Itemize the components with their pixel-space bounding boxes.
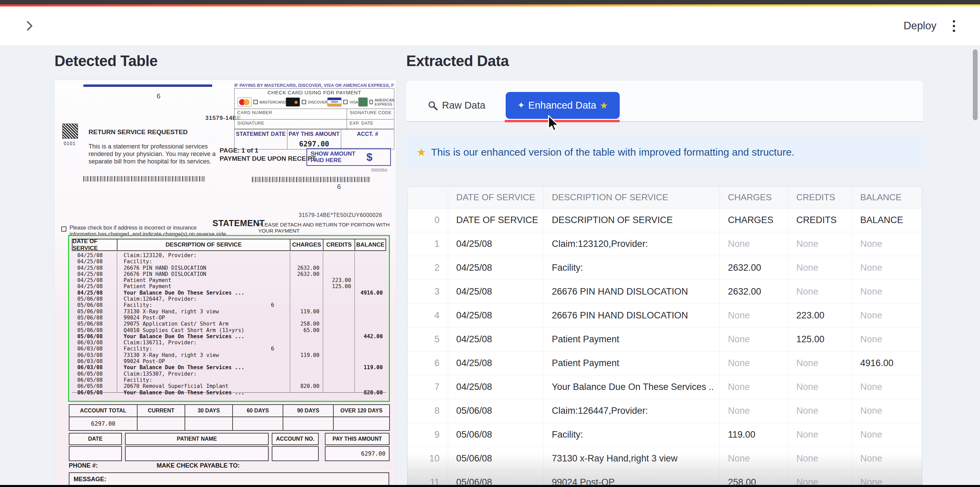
index-column-header[interactable] bbox=[407, 187, 448, 208]
table-cell[interactable]: 4916.00 bbox=[852, 352, 922, 375]
table-cell[interactable]: Facility: bbox=[544, 423, 719, 446]
column-header-date-of-service[interactable]: DATE OF SERVICE bbox=[448, 187, 544, 208]
doc-table-row: 05/06/08Facility:6 bbox=[72, 302, 386, 308]
info-message-text: This is our enhanced version of the tabl… bbox=[431, 146, 794, 158]
table-cell[interactable]: None bbox=[788, 399, 852, 423]
doc-datamatrix-code bbox=[62, 124, 78, 138]
table-cell[interactable]: None bbox=[852, 328, 922, 351]
table-cell[interactable]: 05/06/08 bbox=[448, 423, 544, 446]
table-cell[interactable]: None bbox=[788, 375, 852, 399]
table-cell[interactable]: BALANCE bbox=[852, 208, 922, 232]
table-cell[interactable]: Claim:126447,Provider: bbox=[544, 399, 719, 423]
table-cell[interactable]: 223.00 bbox=[788, 304, 852, 327]
table-cell[interactable]: 2632.00 bbox=[720, 256, 788, 280]
table-cell[interactable]: DESCRIPTION OF SERVICE bbox=[544, 208, 719, 232]
table-cell[interactable]: 73130 x-Ray Hand,right 3 view bbox=[544, 447, 719, 470]
table-cell[interactable]: 26676 PIN HAND DISLOCATION bbox=[544, 304, 719, 327]
table-cell[interactable]: 04/25/08 bbox=[448, 256, 544, 280]
table-cell[interactable]: None bbox=[720, 328, 788, 351]
table-cell[interactable]: 05/06/08 bbox=[448, 471, 544, 485]
table-cell[interactable]: 125.00 bbox=[788, 328, 852, 351]
table-cell[interactable]: 04/25/08 bbox=[448, 304, 544, 327]
table-cell[interactable]: None bbox=[720, 399, 788, 423]
table-cell[interactable]: None bbox=[720, 447, 788, 470]
table-cell[interactable]: 04/25/08 bbox=[448, 280, 544, 304]
table-cell[interactable]: DATE OF SERVICE bbox=[448, 208, 544, 232]
row-index[interactable]: 10 bbox=[407, 447, 448, 470]
table-cell[interactable]: 04/25/08 bbox=[448, 375, 544, 399]
table-cell[interactable]: None bbox=[852, 375, 922, 399]
row-index[interactable]: 7 bbox=[407, 375, 448, 399]
table-cell[interactable]: 04/25/08 bbox=[448, 328, 544, 351]
table-cell[interactable]: None bbox=[788, 280, 852, 304]
row-index[interactable]: 2 bbox=[407, 256, 448, 280]
doc-table-row: 04/25/0826676 PIN HAND DISLOCATION2632.0… bbox=[72, 265, 386, 271]
row-index[interactable]: 5 bbox=[407, 328, 448, 351]
table-cell[interactable]: CHARGES bbox=[720, 208, 788, 232]
table-row: 204/25/08Facility:2632.00NoneNone bbox=[407, 256, 922, 280]
app-header: Deploy bbox=[0, 6, 980, 45]
row-index[interactable]: 9 bbox=[407, 423, 448, 446]
row-index[interactable]: 4 bbox=[407, 304, 448, 327]
overflow-menu-button[interactable] bbox=[945, 18, 962, 34]
table-cell[interactable]: None bbox=[852, 304, 922, 327]
doc-aging-value bbox=[334, 417, 389, 430]
table-cell[interactable]: Patient Payment bbox=[544, 328, 719, 351]
table-cell[interactable]: 26676 PIN HAND DISLOCATION bbox=[544, 280, 719, 304]
table-row: 905/06/08Facility:119.00NoneNone bbox=[407, 423, 922, 447]
tab-enhanced-data[interactable]: ✦ Enhanced Data ★ bbox=[506, 92, 620, 119]
table-cell[interactable]: None bbox=[720, 375, 788, 399]
table-cell[interactable]: None bbox=[720, 304, 788, 327]
row-index[interactable]: 1 bbox=[407, 232, 448, 256]
table-cell[interactable]: Your Balance Due On These Services .. bbox=[544, 375, 719, 399]
table-cell[interactable]: None bbox=[852, 447, 922, 470]
doc-card-payment-box: CHECK CARD USING FOR PAYMENT MASTERCARDD… bbox=[234, 88, 394, 129]
row-index[interactable]: 6 bbox=[407, 352, 448, 375]
table-cell[interactable]: None bbox=[720, 232, 788, 256]
tab-raw-data[interactable]: Raw Data bbox=[428, 92, 485, 119]
table-cell[interactable]: 99024 Post-OP bbox=[544, 471, 719, 485]
table-cell[interactable]: CREDITS bbox=[788, 208, 852, 232]
column-header-credits[interactable]: CREDITS bbox=[788, 187, 852, 208]
table-cell[interactable]: Patient Payment bbox=[544, 352, 719, 375]
table-cell[interactable]: None bbox=[852, 399, 922, 423]
sidebar-expand-button[interactable] bbox=[22, 18, 37, 34]
table-cell[interactable]: None bbox=[788, 232, 852, 256]
table-cell[interactable]: None bbox=[788, 423, 852, 446]
doc-aging-value bbox=[185, 417, 233, 430]
table-cell[interactable]: 04/25/08 bbox=[448, 232, 544, 256]
table-cell[interactable]: Facility: bbox=[544, 256, 719, 280]
table-cell[interactable]: 05/06/08 bbox=[448, 447, 544, 470]
table-cell[interactable]: 258.00 bbox=[720, 471, 788, 485]
card-brand-discover: DISCOVER bbox=[286, 97, 327, 107]
doc-table-row: 04/25/08Facility: bbox=[72, 258, 386, 264]
doc-table-header-row: DATE OF SERVICEDESCRIPTION OF SERVICECHA… bbox=[72, 239, 386, 251]
table-cell[interactable]: 119.00 bbox=[720, 423, 788, 446]
table-cell[interactable]: None bbox=[852, 471, 922, 485]
doc-col-header: CREDITS bbox=[323, 239, 355, 250]
table-cell[interactable]: None bbox=[852, 232, 922, 256]
row-index[interactable]: 8 bbox=[407, 399, 448, 423]
deploy-button[interactable]: Deploy bbox=[900, 16, 940, 36]
column-header-description-of-service[interactable]: DESCRIPTION OF SERVICE bbox=[544, 187, 719, 208]
table-cell[interactable]: 05/06/08 bbox=[448, 399, 544, 423]
magnifier-icon bbox=[428, 100, 438, 111]
table-cell[interactable]: None bbox=[720, 352, 788, 375]
table-cell[interactable]: None bbox=[852, 256, 922, 280]
scrollbar-thumb[interactable] bbox=[973, 49, 978, 120]
table-cell[interactable]: None bbox=[788, 447, 852, 470]
table-cell[interactable]: None bbox=[852, 280, 922, 304]
column-header-charges[interactable]: CHARGES bbox=[720, 187, 788, 208]
table-cell[interactable]: Claim:123120,Provider: bbox=[544, 232, 719, 256]
table-cell[interactable]: None bbox=[852, 423, 922, 446]
table-cell[interactable]: None bbox=[788, 471, 852, 485]
table-cell[interactable]: None bbox=[788, 256, 852, 280]
table-cell[interactable]: 2632.00 bbox=[720, 280, 788, 304]
row-index[interactable]: 0 bbox=[407, 208, 448, 232]
doc-aging-value: 6297.00 bbox=[70, 417, 138, 430]
row-index[interactable]: 3 bbox=[407, 280, 448, 304]
row-index[interactable]: 11 bbox=[407, 471, 448, 485]
table-cell[interactable]: None bbox=[788, 352, 852, 375]
column-header-balance[interactable]: BALANCE bbox=[852, 187, 922, 208]
table-cell[interactable]: 04/25/08 bbox=[448, 352, 544, 375]
